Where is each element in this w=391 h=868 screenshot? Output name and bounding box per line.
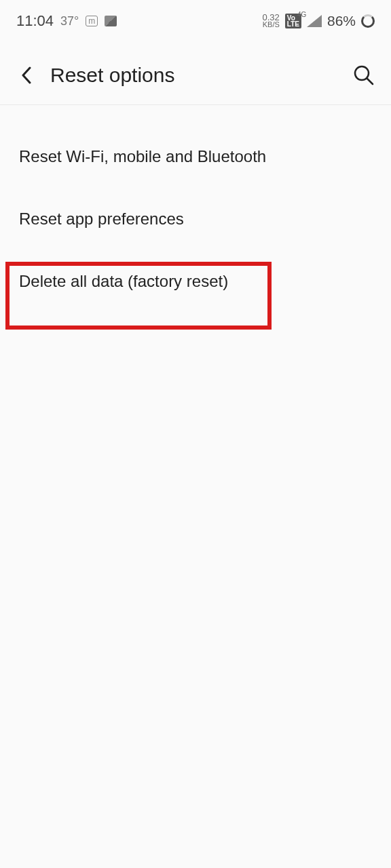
status-right: 0.32 KB/S VoLTE 4G 86% (263, 13, 375, 29)
option-label: Reset app preferences (19, 210, 184, 228)
option-label: Reset Wi-Fi, mobile and Bluetooth (19, 147, 266, 165)
chevron-left-icon (21, 66, 32, 84)
search-button[interactable] (353, 64, 375, 86)
svg-line-1 (367, 79, 373, 84)
option-reset-app-prefs[interactable]: Reset app preferences (0, 188, 391, 250)
signal-icon: 4G (307, 15, 322, 27)
memo-icon: m (86, 16, 98, 26)
battery-percent: 86% (327, 13, 356, 29)
data-speed-indicator: 0.32 KB/S (263, 14, 280, 28)
status-bar: 11:04 37° m 0.32 KB/S VoLTE 4G 86% (0, 0, 391, 39)
option-reset-wifi[interactable]: Reset Wi-Fi, mobile and Bluetooth (0, 125, 391, 188)
status-temperature: 37° (60, 14, 79, 28)
options-list: Reset Wi-Fi, mobile and Bluetooth Reset … (0, 105, 391, 313)
status-left: 11:04 37° m (16, 12, 117, 30)
back-button[interactable] (16, 65, 37, 85)
battery-circle-icon (361, 14, 375, 28)
option-label: Delete all data (factory reset) (19, 272, 228, 290)
option-factory-reset[interactable]: Delete all data (factory reset) (0, 250, 391, 313)
gallery-icon (105, 16, 117, 26)
svg-point-0 (355, 66, 369, 80)
status-time: 11:04 (16, 12, 54, 30)
page-title: Reset options (50, 64, 339, 87)
page-header: Reset options (0, 39, 391, 105)
search-icon (354, 65, 374, 85)
